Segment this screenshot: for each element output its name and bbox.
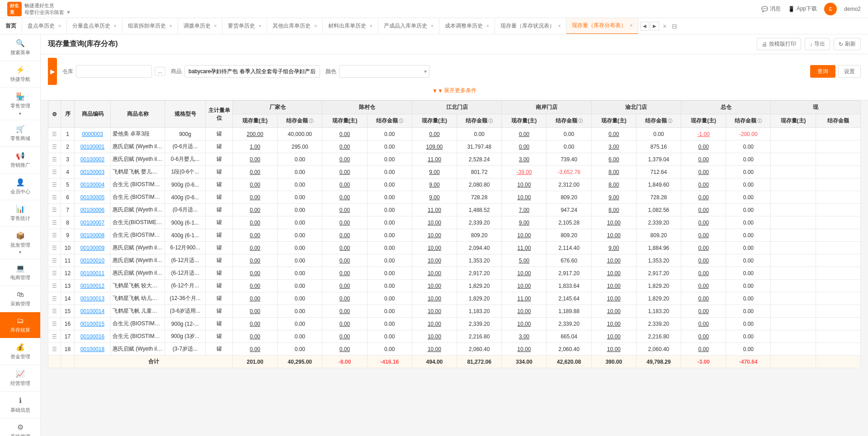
row-gear[interactable]: ☰ xyxy=(48,141,61,153)
summary-jb-cur: 494.00 xyxy=(412,356,457,368)
row-code[interactable]: 00100018 xyxy=(75,343,111,356)
tab-close-all-btn[interactable]: × xyxy=(660,22,669,31)
row-gear[interactable]: ☰ xyxy=(48,191,61,204)
sidebar-item-quicknav[interactable]: ⚡ 快捷导航 xyxy=(0,61,40,88)
row-code[interactable]: 00100012 xyxy=(75,280,111,292)
print-btn[interactable]: 🖨 按模版打印 xyxy=(757,38,801,50)
row-ex-cur xyxy=(771,178,816,191)
row-na-cur: 10.00 xyxy=(502,343,547,356)
row-code[interactable]: 00100010 xyxy=(75,254,111,267)
setting-btn[interactable]: 设置 xyxy=(838,65,861,78)
sidebar-item-members[interactable]: 👤 会员中心 xyxy=(0,173,40,200)
tab-diaobo[interactable]: 调拨单历史 × xyxy=(178,18,223,34)
row-yb-amt: 2,060.40 xyxy=(636,343,681,356)
row-gear[interactable]: ☰ xyxy=(48,229,61,242)
row-gear[interactable]: ☰ xyxy=(48,166,61,178)
tab-qitachu[interactable]: 其他出库单历史 × xyxy=(267,18,323,34)
tab-chanchengru[interactable]: 产成品入库单历史 × xyxy=(378,18,439,34)
sidebar-item-purchase[interactable]: 🛍 采购管理 xyxy=(0,286,40,312)
app-download-btn[interactable]: 📱 App下载 xyxy=(788,5,817,13)
row-code[interactable]: 00100007 xyxy=(75,216,111,229)
row-f-amt: 0.00 xyxy=(278,330,322,343)
row-jb-amt: 2,917.20 xyxy=(457,267,502,280)
sidebar-item-retailstats[interactable]: 📊 零售统计 xyxy=(0,200,40,227)
row-code[interactable]: 00100009 xyxy=(75,242,111,254)
row-f-cur: 0.00 xyxy=(233,343,278,356)
row-gear[interactable]: ☰ xyxy=(48,267,61,280)
sidebar-item-retailmall[interactable]: 🛒 零售商城 xyxy=(0,120,40,147)
refresh-btn[interactable]: ↻ 刷新 xyxy=(834,38,861,50)
row-gear[interactable]: ☰ xyxy=(48,242,61,254)
table-row: ☰ 5 00100004 合生元 (BIOSTIME) ... 900g (0-… xyxy=(48,178,861,191)
page-title: 现存量查询(库存分布) xyxy=(48,39,118,52)
row-gear[interactable]: ☰ xyxy=(48,318,61,330)
color-input[interactable] xyxy=(339,65,429,78)
expand-conditions-btn[interactable]: ▼▼ 展开更多条件 xyxy=(432,87,476,94)
tab-xiancunliangfen[interactable]: 现存量（库存分布表）× xyxy=(566,18,638,34)
warehouse-input[interactable] xyxy=(76,65,152,78)
tab-next-btn[interactable]: ▶ xyxy=(650,22,659,31)
row-code[interactable]: 00100013 xyxy=(75,292,111,305)
tab-zuzhechaichu[interactable]: 组装拆卸单历史 × xyxy=(123,18,178,34)
sidebar-item-wholesale[interactable]: 📦 批发管理 ▼ xyxy=(0,227,40,259)
sidebar-item-search[interactable]: 🔍 搜索英单 xyxy=(0,34,40,61)
row-gear[interactable]: ☰ xyxy=(48,128,61,141)
tab-prev-btn[interactable]: ◀ xyxy=(640,22,649,31)
sidebar-item-wholesale-label: 批发管理 xyxy=(10,242,30,248)
row-code[interactable]: 0000003 xyxy=(75,128,111,141)
row-code[interactable]: 00100003 xyxy=(75,166,111,178)
row-name: 惠氏启赋 (Wyeth illu... xyxy=(111,267,165,280)
tab-pandian[interactable]: 盘点单历史 × xyxy=(22,18,67,34)
row-code[interactable]: 00100015 xyxy=(75,318,111,330)
row-yb-amt: 1,353.20 xyxy=(636,254,681,267)
row-code[interactable]: 00100014 xyxy=(75,305,111,318)
orange-expand-btn[interactable]: ▶ xyxy=(48,58,57,85)
row-gear[interactable]: ☰ xyxy=(48,216,61,229)
row-code[interactable]: 00100006 xyxy=(75,204,111,216)
row-ex-cur xyxy=(771,128,816,141)
row-code[interactable]: 00100002 xyxy=(75,153,111,166)
row-code[interactable]: 00100008 xyxy=(75,229,111,242)
search-row: ▶ 仓库 ... 商品 颜色 ▼ 查询 设置 xyxy=(48,58,861,85)
row-gear[interactable]: ☰ xyxy=(48,330,61,343)
tab-fenpandian[interactable]: 分量盘点单历史 × xyxy=(67,18,123,34)
tab-cailiaochu[interactable]: 材料出库单历史 × xyxy=(323,18,378,34)
row-gear[interactable]: ☰ xyxy=(48,204,61,216)
row-code[interactable]: 00100005 xyxy=(75,191,111,204)
goods-input[interactable] xyxy=(184,65,320,78)
tab-xiancunliangkuang[interactable]: 现存量（库存状况表）× xyxy=(495,18,567,34)
export-btn[interactable]: ↓ 导出 xyxy=(805,38,830,50)
row-code[interactable]: 00100016 xyxy=(75,330,111,343)
table-container[interactable]: ⚙ 序 商品编码 商品名称 规格型号 主计量单位 厂家仓 陈村仓 江北门店 南岸… xyxy=(41,100,868,436)
row-code[interactable]: 00100004 xyxy=(75,178,111,191)
row-gear[interactable]: ☰ xyxy=(48,305,61,318)
row-code[interactable]: 00100011 xyxy=(75,267,111,280)
row-gear[interactable]: ☰ xyxy=(48,254,61,267)
sidebar-item-operations[interactable]: 📈 经营管理 xyxy=(0,365,40,392)
sidebar-item-sysadmin[interactable]: ⚙ 系统管理 xyxy=(0,418,40,436)
tab-home[interactable]: 首页 xyxy=(0,18,22,34)
query-btn[interactable]: 查询 xyxy=(810,65,835,78)
row-gear[interactable]: ☰ xyxy=(48,280,61,292)
row-code[interactable]: 00100001 xyxy=(75,141,111,153)
retail-icon: 🏪 xyxy=(16,92,25,101)
message-btn[interactable]: 💬 消息 xyxy=(761,5,781,13)
row-gear[interactable]: ☰ xyxy=(48,153,61,166)
sidebar-item-ecommerce[interactable]: 💻 电商管理 xyxy=(0,259,40,286)
sidebar-item-inventory[interactable]: 🗂 库存核算 xyxy=(0,312,40,338)
row-c-cur: 0.00 xyxy=(322,242,367,254)
sidebar-item-finance[interactable]: 💰 资金管理 xyxy=(0,338,40,365)
row-gear[interactable]: ☰ xyxy=(48,292,61,305)
sidebar-item-marketing[interactable]: 📢 营销推广 xyxy=(0,147,40,173)
sidebar-item-baseinfo[interactable]: ℹ 基础信息 xyxy=(0,392,40,418)
warehouse-ellipsis-btn[interactable]: ... xyxy=(155,67,165,76)
sidebar-item-retail[interactable]: 🏪 零售管理 ▲ xyxy=(0,88,40,120)
table-row: ☰ 18 00100018 惠氏启赋 (Wyeth illu... (3-7岁适… xyxy=(48,343,861,356)
tab-expand-btn[interactable]: ⊟ xyxy=(670,22,679,31)
tab-yaohuo[interactable]: 要货单历史 × xyxy=(222,18,267,34)
row-na-cur: 3.00 xyxy=(502,153,547,166)
row-gear[interactable]: ☰ xyxy=(48,178,61,191)
row-gear[interactable]: ☰ xyxy=(48,343,61,356)
sidebar: 🔍 搜索英单 ⚡ 快捷导航 🏪 零售管理 ▲ 🛒 零售商城 📢 营销推广 👤 会… xyxy=(0,34,41,436)
tab-chenben[interactable]: 成本调整单历史 × xyxy=(439,18,495,34)
